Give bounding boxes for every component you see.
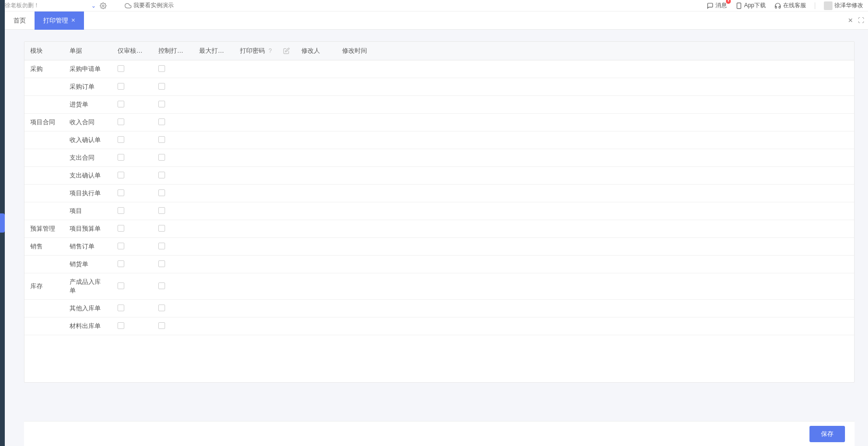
cell-password [234, 167, 296, 185]
checkbox[interactable] [158, 118, 165, 125]
sidebar-expand-handle[interactable] [0, 213, 5, 233]
table-row: 采购采购申请单 [24, 60, 854, 78]
checkbox[interactable] [118, 225, 124, 232]
cell-audit-checkbox [112, 114, 153, 131]
cell-modifier [296, 317, 336, 335]
checkbox[interactable] [118, 101, 124, 107]
cell-doctype: 销售订单 [64, 238, 112, 256]
checkbox[interactable] [118, 305, 124, 311]
cell-modify-time [336, 256, 854, 273]
close-all-tabs-icon[interactable]: ✕ [848, 17, 853, 24]
cell-audit-checkbox [112, 273, 153, 300]
divider [815, 2, 815, 9]
cell-audit-checkbox [112, 300, 153, 317]
cell-audit-checkbox [112, 167, 153, 185]
checkbox[interactable] [158, 322, 165, 329]
checkbox[interactable] [158, 101, 165, 107]
checkbox[interactable] [118, 172, 124, 178]
cell-password [234, 273, 296, 300]
cell-control-checkbox [153, 149, 193, 167]
close-icon[interactable]: ✕ [71, 17, 75, 23]
cell-control-checkbox [153, 167, 193, 185]
cell-max-print [193, 149, 234, 167]
cell-control-checkbox [153, 114, 193, 131]
checkbox[interactable] [118, 282, 124, 289]
table-row: 其他入库单 [24, 300, 854, 317]
checkbox[interactable] [118, 65, 124, 72]
checkbox[interactable] [158, 189, 165, 196]
cell-doctype: 项目 [64, 202, 112, 220]
demo-link[interactable]: 我要看实例演示 [125, 1, 174, 10]
checkbox[interactable] [158, 305, 165, 311]
app-download-link[interactable]: App下载 [736, 1, 766, 10]
header-modify-time: 修改时间 [336, 42, 854, 60]
cell-module: 销售 [24, 238, 64, 256]
chevron-down-icon[interactable]: ⌄ [91, 2, 96, 9]
checkbox[interactable] [118, 83, 124, 90]
username-label: 徐泽华修改 [834, 1, 863, 10]
cell-doctype: 收入确认单 [64, 131, 112, 149]
table-row: 预算管理项目预算单 [24, 220, 854, 238]
gear-icon[interactable] [100, 2, 107, 10]
cell-password [234, 78, 296, 96]
checkbox[interactable] [118, 189, 124, 196]
header-control-print: 控制打印... [153, 42, 193, 60]
cell-module [24, 78, 64, 96]
table-row: 销货单 [24, 256, 854, 273]
messages-link[interactable]: 消息 • [707, 1, 727, 10]
cell-doctype: 进货单 [64, 96, 112, 114]
cell-max-print [193, 273, 234, 300]
cell-module: 库存 [24, 273, 64, 300]
checkbox[interactable] [158, 282, 165, 289]
cell-doctype: 采购申请单 [64, 60, 112, 78]
table-row: 进货单 [24, 96, 854, 114]
tab-print-management[interactable]: 打印管理 ✕ [35, 12, 84, 30]
cell-modifier [296, 202, 336, 220]
header-max-print: 最大打印... [193, 42, 234, 60]
cell-modifier [296, 256, 336, 273]
cell-password [234, 256, 296, 273]
cell-password [234, 60, 296, 78]
cell-modify-time [336, 114, 854, 131]
user-menu[interactable]: 徐泽华修改 [824, 1, 863, 10]
cell-audit-checkbox [112, 60, 153, 78]
checkbox[interactable] [118, 260, 124, 267]
table-row: 库存产成品入库单 [24, 273, 854, 300]
cell-doctype: 项目执行单 [64, 185, 112, 202]
online-service-link[interactable]: 在线客服 [774, 1, 806, 10]
checkbox[interactable] [118, 243, 124, 249]
save-button[interactable]: 保存 [809, 426, 845, 442]
tab-print-label: 打印管理 [43, 16, 68, 25]
fullscreen-icon[interactable]: ⛶ [858, 17, 864, 24]
help-icon[interactable]: ? [269, 47, 272, 54]
footer-bar: 保存 [24, 421, 855, 446]
checkbox[interactable] [158, 260, 165, 267]
cell-modify-time [336, 78, 854, 96]
cell-doctype: 项目预算单 [64, 220, 112, 238]
checkbox[interactable] [158, 136, 165, 143]
checkbox[interactable] [158, 172, 165, 178]
table-row: 采购订单 [24, 78, 854, 96]
cell-audit-checkbox [112, 131, 153, 149]
cell-audit-checkbox [112, 78, 153, 96]
checkbox[interactable] [118, 136, 124, 143]
checkbox[interactable] [118, 207, 124, 214]
checkbox[interactable] [118, 154, 124, 161]
checkbox[interactable] [158, 65, 165, 72]
checkbox[interactable] [158, 225, 165, 232]
tab-home[interactable]: 首页 [5, 12, 35, 30]
checkbox[interactable] [158, 83, 165, 90]
table-row: 支出确认单 [24, 167, 854, 185]
checkbox[interactable] [118, 118, 124, 125]
checkbox[interactable] [158, 207, 165, 214]
message-icon [707, 2, 713, 9]
edit-icon[interactable] [283, 47, 290, 54]
checkbox[interactable] [158, 243, 165, 249]
cell-module [24, 300, 64, 317]
checkbox[interactable] [158, 154, 165, 161]
cell-password [234, 149, 296, 167]
online-service-label: 在线客服 [783, 1, 806, 10]
checkbox[interactable] [118, 322, 124, 329]
cell-password [234, 114, 296, 131]
table-row: 收入确认单 [24, 131, 854, 149]
